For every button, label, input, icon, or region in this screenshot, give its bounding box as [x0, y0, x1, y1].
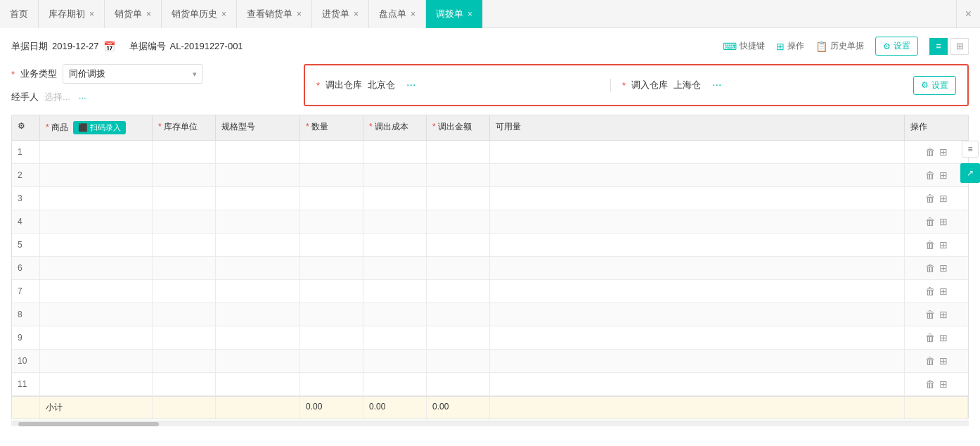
cell-cost[interactable] — [363, 373, 427, 395]
cell-spec[interactable] — [216, 164, 300, 186]
close-icon[interactable]: × — [468, 9, 472, 19]
cell-amount[interactable] — [427, 164, 490, 186]
cell-unit[interactable] — [153, 280, 216, 302]
table-row[interactable]: 2 🗑 ⊞ — [12, 164, 968, 187]
cell-amount[interactable] — [427, 257, 490, 279]
delete-icon[interactable]: 🗑 — [925, 262, 935, 274]
cell-unit[interactable] — [153, 303, 216, 326]
cell-amount[interactable] — [427, 350, 490, 372]
table-row[interactable]: 7 🗑 ⊞ — [12, 280, 968, 303]
cell-product[interactable] — [40, 141, 153, 163]
cell-qty[interactable] — [300, 164, 363, 186]
delete-icon[interactable]: 🗑 — [925, 355, 935, 367]
table-row[interactable]: 6 🗑 ⊞ — [12, 257, 968, 280]
cell-unit[interactable] — [153, 187, 216, 210]
cell-unit[interactable] — [153, 210, 216, 233]
cell-spec[interactable] — [216, 350, 300, 372]
table-row[interactable]: 10 🗑 ⊞ — [12, 350, 968, 373]
history-button[interactable]: 📋 历史单据 — [815, 40, 864, 52]
tab-sales-history[interactable]: 销货单历史 × — [162, 0, 237, 28]
delete-icon[interactable]: 🗑 — [925, 286, 935, 297]
table-row[interactable]: 3 🗑 ⊞ — [12, 187, 968, 210]
cell-amount[interactable] — [427, 234, 490, 256]
cell-spec[interactable] — [216, 373, 300, 395]
cell-cost[interactable] — [363, 350, 427, 372]
close-icon[interactable]: × — [354, 9, 359, 19]
cell-amount[interactable] — [427, 210, 490, 233]
scan-button[interactable]: ⬛ 扫码录入 — [73, 121, 126, 134]
calendar-icon[interactable]: 📅 — [103, 41, 115, 52]
transfer-out-value[interactable]: 北京仓 — [368, 79, 395, 91]
delete-icon[interactable]: 🗑 — [925, 332, 935, 343]
tab-view-sales[interactable]: 查看销货单 × — [237, 0, 312, 28]
list-view-button[interactable]: ≡ — [929, 38, 948, 55]
cell-amount[interactable] — [427, 141, 490, 163]
tab-inventory-init[interactable]: 库存期初 × — [39, 0, 105, 28]
close-icon[interactable]: × — [89, 9, 94, 19]
cell-product[interactable] — [40, 187, 153, 210]
cell-qty[interactable] — [300, 257, 363, 279]
shortcuts-button[interactable]: ⌨ 快捷键 — [723, 40, 765, 52]
table-row[interactable]: 11 🗑 ⊞ — [12, 373, 968, 396]
cell-qty[interactable] — [300, 141, 363, 163]
cell-spec[interactable] — [216, 280, 300, 302]
cell-product[interactable] — [40, 257, 153, 279]
person-input[interactable]: 选择... — [44, 91, 70, 103]
delete-icon[interactable]: 🗑 — [925, 146, 935, 158]
cell-unit[interactable] — [153, 326, 216, 349]
cell-cost[interactable] — [363, 164, 427, 186]
cell-spec[interactable] — [216, 257, 300, 279]
delete-icon[interactable]: 🗑 — [925, 216, 935, 227]
transfer-out-more-icon[interactable]: ··· — [406, 79, 415, 91]
cell-spec[interactable] — [216, 141, 300, 163]
cell-amount[interactable] — [427, 373, 490, 395]
cell-unit[interactable] — [153, 164, 216, 186]
panel-expand-button[interactable]: ↗ — [960, 163, 980, 183]
cell-qty[interactable] — [300, 210, 363, 233]
cell-product[interactable] — [40, 210, 153, 233]
cell-cost[interactable] — [363, 326, 427, 349]
delete-icon[interactable]: 🗑 — [925, 170, 935, 181]
cell-amount[interactable] — [427, 280, 490, 302]
cell-product[interactable] — [40, 234, 153, 256]
cell-qty[interactable] — [300, 303, 363, 326]
copy-icon[interactable]: ⊞ — [939, 378, 948, 390]
delete-icon[interactable]: 🗑 — [925, 309, 935, 320]
cell-unit[interactable] — [153, 141, 216, 163]
close-icon[interactable]: × — [221, 9, 226, 19]
person-more-icon[interactable]: ··· — [79, 92, 86, 103]
delete-icon[interactable]: 🗑 — [925, 193, 935, 204]
copy-icon[interactable]: ⊞ — [939, 286, 948, 297]
cell-amount[interactable] — [427, 187, 490, 210]
delete-icon[interactable]: 🗑 — [925, 378, 935, 390]
warehouse-settings-button[interactable]: ⚙ 设置 — [913, 76, 956, 95]
operations-button[interactable]: ⊞ 操作 — [776, 40, 804, 52]
cell-cost[interactable] — [363, 141, 427, 163]
copy-icon[interactable]: ⊞ — [939, 355, 948, 367]
panel-list-button[interactable]: ≡ — [962, 141, 979, 158]
copy-icon[interactable]: ⊞ — [939, 146, 948, 158]
cell-qty[interactable] — [300, 350, 363, 372]
copy-icon[interactable]: ⊞ — [939, 332, 948, 343]
cell-qty[interactable] — [300, 280, 363, 302]
copy-icon[interactable]: ⊞ — [939, 216, 948, 227]
copy-icon[interactable]: ⊞ — [939, 262, 948, 274]
tab-home[interactable]: 首页 — [0, 0, 39, 28]
cell-unit[interactable] — [153, 234, 216, 256]
cell-spec[interactable] — [216, 210, 300, 233]
close-icon[interactable]: × — [411, 9, 415, 19]
close-icon[interactable]: × — [146, 9, 151, 19]
cell-unit[interactable] — [153, 257, 216, 279]
tab-transfer[interactable]: 调拨单 × — [426, 0, 483, 28]
cell-product[interactable] — [40, 326, 153, 349]
cell-product[interactable] — [40, 164, 153, 186]
cell-qty[interactable] — [300, 187, 363, 210]
cell-qty[interactable] — [300, 326, 363, 349]
cell-spec[interactable] — [216, 326, 300, 349]
cell-amount[interactable] — [427, 303, 490, 326]
date-value[interactable]: 2019-12-27 — [52, 41, 99, 51]
cell-product[interactable] — [40, 373, 153, 395]
table-row[interactable]: 5 🗑 ⊞ — [12, 234, 968, 257]
cell-cost[interactable] — [363, 257, 427, 279]
cell-qty[interactable] — [300, 234, 363, 256]
